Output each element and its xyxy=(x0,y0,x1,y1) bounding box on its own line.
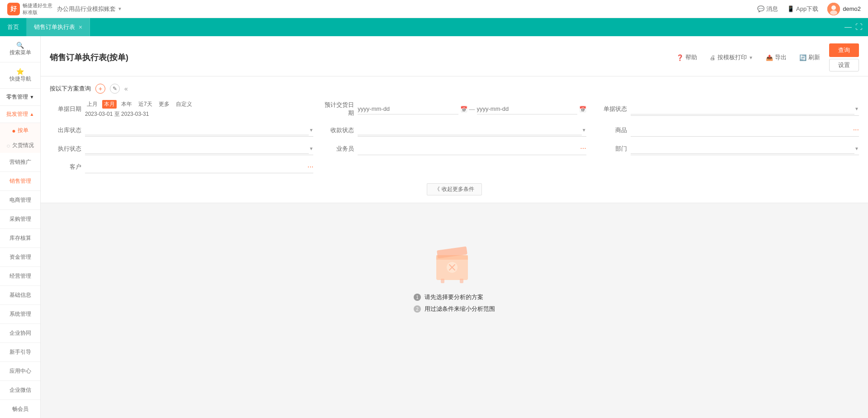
filter-出库状态: 出库状态 ▼ xyxy=(50,124,313,137)
wholesale-chevron-icon: ▲ xyxy=(30,112,34,117)
tab-close-icon[interactable]: × xyxy=(79,24,82,30)
filter-end-date-input[interactable] xyxy=(477,104,577,114)
calendar-start-icon[interactable]: 📅 xyxy=(460,106,467,113)
maximize-icon[interactable]: ⛶ xyxy=(855,23,863,31)
sidebar-item-inventory[interactable]: 库存核算 xyxy=(0,229,40,248)
欠货情况-icon: ○ xyxy=(6,142,10,149)
sidebar-item-purchase[interactable]: 采购管理 xyxy=(0,210,40,229)
help-icon: ❓ xyxy=(676,54,684,61)
filter-row-2: 出库状态 ▼ 收款状态 ▼ 商品 xyxy=(50,124,859,137)
filter-业务员-input[interactable] xyxy=(358,143,580,154)
company-select[interactable]: 办公用品行业模拟账套 ▼ xyxy=(57,5,122,13)
user-area[interactable]: demo2 xyxy=(827,3,861,15)
svg-rect-5 xyxy=(436,255,468,260)
messages-button[interactable]: 💬 消息 xyxy=(757,5,778,13)
filter-商品: 商品 ··· xyxy=(595,124,859,137)
sidebar-item-wechat[interactable]: 企业微信 xyxy=(0,381,40,400)
step2-text: 用过滤条件来缩小分析范围 xyxy=(425,305,495,313)
shortcut-本月[interactable]: 本月 xyxy=(102,100,117,109)
sidebar: 🔍 搜索菜单 ⭐ 快捷导航 零售管理 ▼ 批发管理 ▲ ● 按单 ○ 欠货情况 xyxy=(0,36,41,418)
export-button[interactable]: 📤 导出 xyxy=(762,52,790,63)
sidebar-item-basic-info[interactable]: 基础信息 xyxy=(0,286,40,305)
sidebar-item-sales[interactable]: 销售管理 xyxy=(0,172,40,191)
filter-部门-wrapper: ▼ xyxy=(631,142,859,155)
sidebar-sub-wholesale: ● 按单 ○ 欠货情况 xyxy=(0,123,40,153)
sidebar-quick-nav[interactable]: ⭐ 快捷导航 xyxy=(0,62,40,89)
sidebar-item-finance[interactable]: 资金管理 xyxy=(0,248,40,267)
retail-chevron-icon: ▼ xyxy=(30,95,34,100)
filter-单据状态: 单据状态 ▼ xyxy=(595,100,859,118)
业务员-more-icon[interactable]: ··· xyxy=(580,144,586,152)
topbar: 好 畅捷通好生意 标准版 办公用品行业模拟账套 ▼ 💬 消息 📱 App下载 xyxy=(0,0,868,18)
page-actions: ❓ 帮助 🖨 按模板打印 ▼ 📤 导出 🔄 刷新 查询 xyxy=(673,43,859,71)
filter-label-单据日期: 单据日期 xyxy=(50,105,81,113)
svg-point-1 xyxy=(831,5,836,10)
filter-单据日期: 单据日期 上月 本月 本年 近7天 更多 自定义 2023-03-01 至 20… xyxy=(50,100,313,118)
sidebar-item-member[interactable]: 畅会员 xyxy=(0,400,40,418)
filter-date-shortcuts-wrapper: 上月 本月 本年 近7天 更多 自定义 2023-03-01 至 2023-03… xyxy=(85,100,313,118)
filter-收款状态-select[interactable] xyxy=(358,124,581,135)
topbar-right: 💬 消息 📱 App下载 demo2 xyxy=(757,3,861,15)
shortcut-自定义[interactable]: 自定义 xyxy=(174,100,194,109)
svg-rect-9 xyxy=(441,279,444,283)
shortcut-上月[interactable]: 上月 xyxy=(85,100,99,109)
app-download-label: App下载 xyxy=(796,5,818,13)
sidebar-item-newbie[interactable]: 新手引导 xyxy=(0,343,40,362)
date-shortcuts: 上月 本月 本年 近7天 更多 自定义 xyxy=(85,100,313,109)
sidebar-sub-按单[interactable]: ● 按单 xyxy=(0,123,40,138)
filter-collapse-left-button[interactable]: « xyxy=(124,85,128,92)
collapse-up-icon: 《 xyxy=(434,185,440,193)
商品-more-icon[interactable]: ··· xyxy=(853,126,859,134)
filter-add-button[interactable]: + xyxy=(95,84,105,94)
filter-执行状态-select[interactable] xyxy=(85,143,309,154)
home-tab[interactable]: 首页 xyxy=(0,18,27,36)
sidebar-search-menu[interactable]: 🔍 搜索菜单 xyxy=(0,36,40,62)
search-button[interactable]: 查询 xyxy=(829,43,859,57)
filter-单据状态-select[interactable] xyxy=(631,104,854,114)
shortcut-近7天[interactable]: 近7天 xyxy=(137,100,154,109)
collapse-button[interactable]: 《 收起更多条件 xyxy=(427,183,482,195)
active-tab[interactable]: 销售订单执行表 × xyxy=(27,18,90,36)
logo-area: 好 畅捷通好生意 标准版 xyxy=(7,2,52,15)
print-icon: 🖨 xyxy=(710,54,716,61)
filter-row-4: 客户 ··· xyxy=(50,161,859,173)
empty-step2: 2 用过滤条件来缩小分析范围 xyxy=(414,305,495,313)
logo-line2: 标准版 xyxy=(23,9,52,15)
svg-point-2 xyxy=(830,10,837,15)
app-download-button[interactable]: 📱 App下载 xyxy=(787,5,818,13)
calendar-end-icon[interactable]: 📅 xyxy=(579,106,586,113)
sidebar-item-operations[interactable]: 经营管理 xyxy=(0,267,40,286)
filter-客户-input[interactable] xyxy=(85,162,307,172)
print-button[interactable]: 🖨 按模板打印 ▼ xyxy=(706,52,757,63)
filter-执行状态-wrapper: ▼ xyxy=(85,142,313,155)
step2-number: 2 xyxy=(414,305,421,313)
filter-start-date-input[interactable] xyxy=(358,104,458,114)
minimize-icon[interactable]: — xyxy=(844,23,852,31)
sidebar-item-enterprise[interactable]: 企业协同 xyxy=(0,324,40,343)
refresh-button[interactable]: 🔄 刷新 xyxy=(796,52,824,63)
filter-edit-button[interactable]: ✎ xyxy=(110,84,120,94)
sidebar-item-app-center[interactable]: 应用中心 xyxy=(0,362,40,381)
filter-label-执行状态: 执行状态 xyxy=(50,145,81,153)
sidebar-sub-欠货情况[interactable]: ○ 欠货情况 xyxy=(0,138,40,153)
filter-部门-select[interactable] xyxy=(631,143,854,154)
filter-执行状态: 执行状态 ▼ xyxy=(50,142,313,155)
help-button[interactable]: ❓ 帮助 xyxy=(673,52,701,63)
user-name: demo2 xyxy=(843,5,861,12)
sidebar-item-retail[interactable]: 零售管理 ▼ xyxy=(0,89,40,106)
filter-商品-input[interactable] xyxy=(631,125,853,135)
客户-more-icon[interactable]: ··· xyxy=(307,163,313,171)
topbar-left: 好 畅捷通好生意 标准版 办公用品行业模拟账套 ▼ xyxy=(7,2,122,15)
settings-button[interactable]: 设置 xyxy=(829,59,859,71)
shortcut-更多[interactable]: 更多 xyxy=(157,100,171,109)
logo-text: 畅捷通好生意 标准版 xyxy=(23,2,52,15)
page-header: 销售订单执行表(按单) ❓ 帮助 🖨 按模板打印 ▼ 📤 导出 🔄 刷新 xyxy=(41,36,868,76)
sidebar-item-system[interactable]: 系统管理 xyxy=(0,305,40,324)
filter-出库状态-select[interactable] xyxy=(85,124,309,135)
date-range-display: 2023-03-01 至 2023-03-31 xyxy=(85,110,313,118)
filter-单据状态-wrapper: ▼ xyxy=(631,103,859,116)
sidebar-item-wholesale[interactable]: 批发管理 ▲ xyxy=(0,106,40,123)
sidebar-item-marketing[interactable]: 营销推广 xyxy=(0,153,40,172)
shortcut-本年[interactable]: 本年 xyxy=(119,100,134,109)
sidebar-item-ecommerce[interactable]: 电商管理 xyxy=(0,191,40,210)
